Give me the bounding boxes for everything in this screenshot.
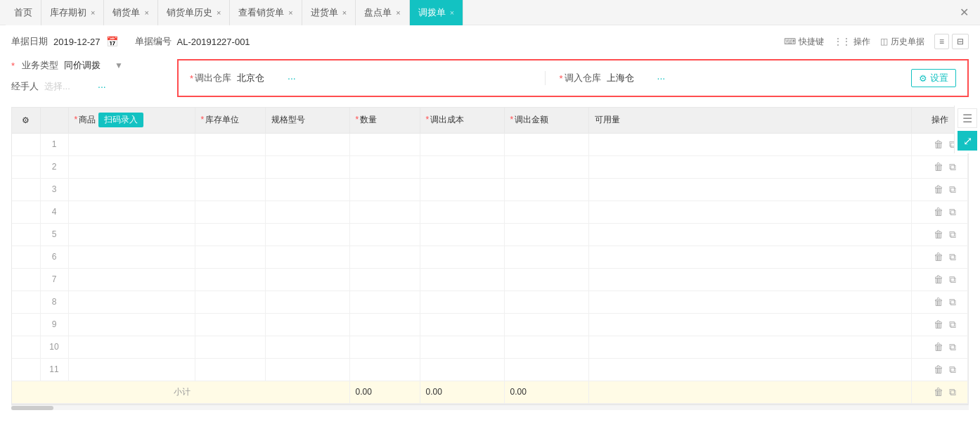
tab-close-view-sales[interactable]: × <box>288 8 292 17</box>
tab-close-stock-init[interactable]: × <box>91 8 95 17</box>
cell-available-8[interactable] <box>588 291 912 313</box>
copy-icon-6[interactable]: ⧉ <box>949 251 956 263</box>
calendar-icon[interactable]: 📅 <box>106 36 118 47</box>
cell-unit-8[interactable] <box>195 291 265 313</box>
cell-quantity-4[interactable] <box>349 200 420 223</box>
copy-icon-7[interactable]: ⧉ <box>949 274 956 286</box>
cell-transfer_amount-4[interactable] <box>504 200 588 223</box>
history-button[interactable]: ◫ 历史单据 <box>880 36 924 48</box>
cell-product-4[interactable] <box>68 200 195 223</box>
cell-available-4[interactable] <box>588 200 912 223</box>
cell-product-8[interactable] <box>68 291 195 313</box>
cell-available-11[interactable] <box>588 358 912 381</box>
cell-product-1[interactable] <box>68 133 195 155</box>
cell-quantity-10[interactable] <box>349 336 420 358</box>
cell-transfer_cost-7[interactable] <box>420 268 504 291</box>
cell-spec-5[interactable] <box>265 223 349 246</box>
cell-transfer_amount-8[interactable] <box>504 291 588 313</box>
tab-home[interactable]: 首页 <box>6 0 41 25</box>
cell-transfer_cost-8[interactable] <box>420 291 504 313</box>
cell-available-7[interactable] <box>588 268 912 291</box>
tab-stock-init[interactable]: 库存期初× <box>41 0 104 25</box>
cell-transfer_amount-7[interactable] <box>504 268 588 291</box>
delete-icon-11[interactable]: 🗑 <box>934 364 943 375</box>
target-warehouse-more-button[interactable]: ··· <box>657 72 666 84</box>
cell-quantity-2[interactable] <box>349 155 420 178</box>
tab-view-sales[interactable]: 查看销货单× <box>230 0 302 25</box>
cell-transfer_cost-6[interactable] <box>420 246 504 268</box>
delete-icon-9[interactable]: 🗑 <box>934 319 943 330</box>
copy-icon-3[interactable]: ⧉ <box>949 184 956 196</box>
tab-close-inventory[interactable]: × <box>396 8 400 17</box>
copy-icon-2[interactable]: ⧉ <box>949 161 956 173</box>
delete-icon-1[interactable]: 🗑 <box>934 139 943 150</box>
cell-spec-7[interactable] <box>265 268 349 291</box>
cell-unit-3[interactable] <box>195 178 265 200</box>
cell-transfer_amount-5[interactable] <box>504 223 588 246</box>
cell-available-10[interactable] <box>588 336 912 358</box>
subtotal-copy-icon[interactable]: ⧉ <box>949 386 956 398</box>
cell-transfer_cost-3[interactable] <box>420 178 504 200</box>
delete-icon-10[interactable]: 🗑 <box>934 341 943 352</box>
cell-transfer_amount-11[interactable] <box>504 358 588 381</box>
cell-available-1[interactable] <box>588 133 912 155</box>
cell-product-7[interactable] <box>68 268 195 291</box>
layout-button-2[interactable]: ⊟ <box>952 34 969 49</box>
close-window-button[interactable]: ✕ <box>954 6 974 19</box>
cell-spec-11[interactable] <box>265 358 349 381</box>
cell-spec-6[interactable] <box>265 246 349 268</box>
copy-icon-5[interactable]: ⧉ <box>949 229 956 241</box>
scan-button[interactable]: 扫码录入 <box>98 113 143 127</box>
form-settings-button[interactable]: ⚙ 设置 <box>911 69 956 87</box>
tab-close-sales-order[interactable]: × <box>144 8 148 17</box>
cell-spec-8[interactable] <box>265 291 349 313</box>
sidebar-expand-icon[interactable]: ⤢ <box>958 131 977 151</box>
tab-close-purchase[interactable]: × <box>342 8 347 17</box>
target-warehouse-value[interactable]: 上海仓 <box>607 72 649 84</box>
delete-icon-3[interactable]: 🗑 <box>934 184 943 195</box>
subtotal-delete-icon[interactable]: 🗑 <box>934 386 943 397</box>
delete-icon-4[interactable]: 🗑 <box>934 206 943 217</box>
cell-available-9[interactable] <box>588 313 912 336</box>
cell-product-2[interactable] <box>68 155 195 178</box>
tab-close-transfer[interactable]: × <box>450 8 454 17</box>
cell-available-6[interactable] <box>588 246 912 268</box>
cell-unit-2[interactable] <box>195 155 265 178</box>
cell-unit-4[interactable] <box>195 200 265 223</box>
handler-input[interactable]: 选择... <box>44 80 86 93</box>
copy-icon-9[interactable]: ⧉ <box>949 319 956 331</box>
tab-close-sales-history[interactable]: × <box>217 8 221 17</box>
cell-quantity-6[interactable] <box>349 246 420 268</box>
tab-sales-history[interactable]: 销货单历史× <box>158 0 230 25</box>
delete-icon-6[interactable]: 🗑 <box>934 251 943 262</box>
cell-unit-11[interactable] <box>195 358 265 381</box>
cell-quantity-8[interactable] <box>349 291 420 313</box>
cell-transfer_amount-3[interactable] <box>504 178 588 200</box>
handler-more-button[interactable]: ··· <box>98 81 106 92</box>
copy-icon-11[interactable]: ⧉ <box>949 364 956 376</box>
copy-icon-8[interactable]: ⧉ <box>949 296 956 308</box>
delete-icon-7[interactable]: 🗑 <box>934 274 943 285</box>
cell-product-9[interactable] <box>68 313 195 336</box>
cell-spec-3[interactable] <box>265 178 349 200</box>
cell-product-5[interactable] <box>68 223 195 246</box>
cell-transfer_cost-1[interactable] <box>420 133 504 155</box>
cell-spec-10[interactable] <box>265 336 349 358</box>
cell-spec-2[interactable] <box>265 155 349 178</box>
tab-purchase[interactable]: 进货单× <box>302 0 356 25</box>
dropdown-icon[interactable]: ▼ <box>115 60 123 70</box>
cell-spec-4[interactable] <box>265 200 349 223</box>
cell-transfer_amount-10[interactable] <box>504 336 588 358</box>
cell-transfer_cost-4[interactable] <box>420 200 504 223</box>
cell-available-3[interactable] <box>588 178 912 200</box>
cell-product-10[interactable] <box>68 336 195 358</box>
cell-transfer_cost-5[interactable] <box>420 223 504 246</box>
cell-quantity-9[interactable] <box>349 313 420 336</box>
cell-product-3[interactable] <box>68 178 195 200</box>
copy-icon-4[interactable]: ⧉ <box>949 206 956 218</box>
cell-transfer_amount-2[interactable] <box>504 155 588 178</box>
delete-icon-8[interactable]: 🗑 <box>934 296 943 307</box>
cell-quantity-11[interactable] <box>349 358 420 381</box>
layout-button-1[interactable]: ≡ <box>934 34 949 49</box>
cell-available-5[interactable] <box>588 223 912 246</box>
